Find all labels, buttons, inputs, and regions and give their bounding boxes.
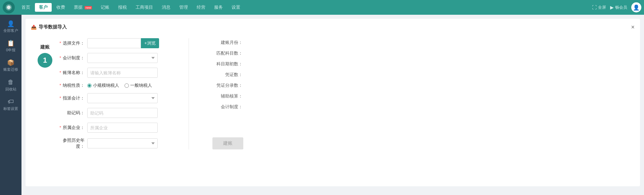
accounting-system-select[interactable] bbox=[87, 53, 158, 63]
accounting-system-label: * 会计制度： bbox=[58, 55, 85, 61]
fullscreen-icon: ⛶ bbox=[592, 5, 597, 10]
all-clients-icon: 👤 bbox=[7, 20, 14, 27]
tax-general-radio[interactable] bbox=[125, 83, 129, 88]
nav-item-service[interactable]: 服务 bbox=[210, 3, 227, 12]
voucher-row: 凭证数： bbox=[212, 72, 245, 78]
nav-item-fee[interactable]: 收费 bbox=[52, 3, 69, 12]
memo-code-input[interactable] bbox=[87, 108, 158, 118]
voucher-entries-label: 凭证分录数： bbox=[212, 82, 243, 88]
company-label: * 所属企业： bbox=[58, 125, 85, 131]
ledger-name-input[interactable] bbox=[87, 68, 158, 78]
info-panel: 建账月份： 匹配科目数： 科目期初数： 凭证数： bbox=[212, 38, 245, 132]
build-button[interactable]: 建账 bbox=[212, 137, 243, 149]
main-content: 📤 导爷数据导入 × 建账 1 * 选择文件 bbox=[21, 15, 644, 195]
nav-item-client[interactable]: 客户 bbox=[35, 3, 52, 12]
info-accounting-system-label: 会计制度： bbox=[212, 104, 243, 110]
build-month-row: 建账月份： bbox=[212, 40, 245, 46]
nav-item-ops[interactable]: 经营 bbox=[193, 3, 209, 12]
panel-title: 📤 导爷数据导入 bbox=[31, 24, 635, 30]
aux-accounting-row: 辅助核算： bbox=[212, 93, 245, 99]
step-circle: 1 bbox=[38, 53, 52, 68]
sidebar: 👤 全部客户 📋 0申报 📦 账套迁移 🗑 回收站 🏷 标签设置 bbox=[0, 15, 21, 195]
browse-button[interactable]: +浏览 bbox=[141, 38, 159, 48]
sidebar-item-account-migration[interactable]: 📦 账套迁移 bbox=[0, 56, 21, 74]
nav-items: 首页 客户 收费 票据 new 记账 报税 工商项目 消息 管理 经营 服务 设… bbox=[17, 3, 592, 12]
subject-initial-label: 科目期初数： bbox=[212, 61, 243, 67]
form-left: 建账 1 * 选择文件： +浏览 bbox=[38, 38, 179, 149]
history-year-row: 参照历史年度： bbox=[58, 137, 179, 149]
divider bbox=[189, 38, 189, 149]
file-required-star: * bbox=[59, 41, 61, 46]
sidebar-item-tag-settings[interactable]: 🏷 标签设置 bbox=[0, 95, 21, 114]
logo[interactable] bbox=[3, 1, 15, 13]
sidebar-item-all-clients[interactable]: 👤 全部客户 bbox=[0, 17, 21, 36]
nav-item-biz[interactable]: 工商项目 bbox=[132, 3, 157, 12]
tag-settings-icon: 🏷 bbox=[7, 98, 14, 106]
panel: 📤 导爷数据导入 × 建账 1 * 选择文件 bbox=[26, 19, 640, 186]
match-subjects-label: 匹配科目数： bbox=[212, 50, 243, 56]
right-panel: 建账月份： 匹配科目数： 科目期初数： 凭证数： bbox=[199, 38, 245, 149]
recycle-icon: 🗑 bbox=[7, 79, 14, 86]
file-row: * 选择文件： +浏览 bbox=[58, 38, 179, 48]
memo-code-row: 助记码： bbox=[58, 108, 179, 118]
voucher-entries-row: 凭证分录数： bbox=[212, 82, 245, 88]
match-subjects-row: 匹配科目数： bbox=[212, 50, 245, 56]
tax-general-option[interactable]: 一般纳税人 bbox=[125, 82, 152, 88]
top-nav: 首页 客户 收费 票据 new 记账 报税 工商项目 消息 管理 经营 服务 设… bbox=[0, 0, 644, 15]
ledger-name-label: * 账簿名称： bbox=[58, 70, 85, 76]
nav-item-invoice[interactable]: 票据 new bbox=[70, 3, 96, 12]
accounting-system-row: * 会计制度： bbox=[58, 53, 179, 63]
tax-type-row: * 纳税性质： 小规模纳税人 一般纳税人 bbox=[58, 82, 179, 88]
step-label: 建账 bbox=[40, 44, 50, 50]
sidebar-item-recycle[interactable]: 🗑 回收站 bbox=[0, 76, 21, 94]
tax-type-radio-group: 小规模纳税人 一般纳税人 bbox=[87, 82, 152, 88]
assign-accountant-select[interactable] bbox=[87, 93, 158, 103]
company-row: * 所属企业： bbox=[58, 123, 179, 133]
info-accounting-system-row: 会计制度： bbox=[212, 104, 245, 110]
assign-accountant-label: * 指派会计： bbox=[58, 95, 85, 101]
build-month-label: 建账月份： bbox=[212, 40, 243, 46]
ledger-name-row: * 账簿名称： bbox=[58, 68, 179, 78]
nav-item-manage[interactable]: 管理 bbox=[175, 3, 192, 12]
nav-item-tax[interactable]: 报税 bbox=[114, 3, 131, 12]
tax-required-star: * bbox=[59, 83, 61, 88]
nav-item-home[interactable]: 首页 bbox=[17, 3, 34, 12]
assign-accountant-row: * 指派会计： bbox=[58, 93, 179, 103]
form-area: 建账 1 * 选择文件： +浏览 bbox=[31, 38, 635, 149]
file-input-group: +浏览 bbox=[87, 38, 159, 48]
form-fields: * 选择文件： +浏览 * 会计制度： bbox=[58, 38, 179, 149]
history-year-label: 参照历史年度： bbox=[58, 137, 85, 149]
subject-initial-row: 科目期初数： bbox=[212, 61, 245, 67]
accountant-required-star: * bbox=[59, 95, 61, 101]
voucher-label: 凭证数： bbox=[212, 72, 243, 78]
layout: 👤 全部客户 📋 0申报 📦 账套迁移 🗑 回收站 🏷 标签设置 📤 导爷数据导… bbox=[0, 15, 644, 195]
memo-code-label: 助记码： bbox=[58, 110, 85, 116]
build-btn-area: 建账 bbox=[212, 137, 245, 149]
membership-button[interactable]: ▶ 畅会员 bbox=[610, 5, 627, 10]
panel-title-icon: 📤 bbox=[31, 24, 37, 30]
membership-icon: ▶ bbox=[610, 5, 614, 10]
declaration-icon: 📋 bbox=[7, 40, 14, 47]
account-migration-icon: 📦 bbox=[7, 59, 14, 66]
file-input[interactable] bbox=[87, 38, 141, 48]
company-input[interactable] bbox=[87, 123, 158, 133]
company-required-star: * bbox=[59, 125, 61, 130]
file-label: * 选择文件： bbox=[58, 40, 85, 46]
panel-close-button[interactable]: × bbox=[631, 24, 635, 30]
sidebar-item-declaration[interactable]: 📋 0申报 bbox=[0, 37, 21, 55]
invoice-badge: new bbox=[85, 6, 92, 9]
nav-item-ledger[interactable]: 记账 bbox=[97, 3, 113, 12]
tax-small-radio[interactable] bbox=[87, 83, 92, 88]
nav-right: ⛶ 全屏 ▶ 畅会员 👤 bbox=[592, 2, 641, 12]
avatar[interactable]: 👤 bbox=[631, 2, 641, 12]
tax-small-option[interactable]: 小规模纳税人 bbox=[87, 82, 119, 88]
history-year-select[interactable] bbox=[87, 138, 158, 148]
nav-item-settings[interactable]: 设置 bbox=[228, 3, 244, 12]
accounting-required-star: * bbox=[59, 55, 61, 60]
ledger-required-star: * bbox=[59, 70, 61, 75]
aux-accounting-label: 辅助核算： bbox=[212, 93, 243, 99]
fullscreen-button[interactable]: ⛶ 全屏 bbox=[592, 5, 606, 10]
tax-type-label: * 纳税性质： bbox=[58, 82, 85, 88]
nav-item-message[interactable]: 消息 bbox=[158, 3, 175, 12]
